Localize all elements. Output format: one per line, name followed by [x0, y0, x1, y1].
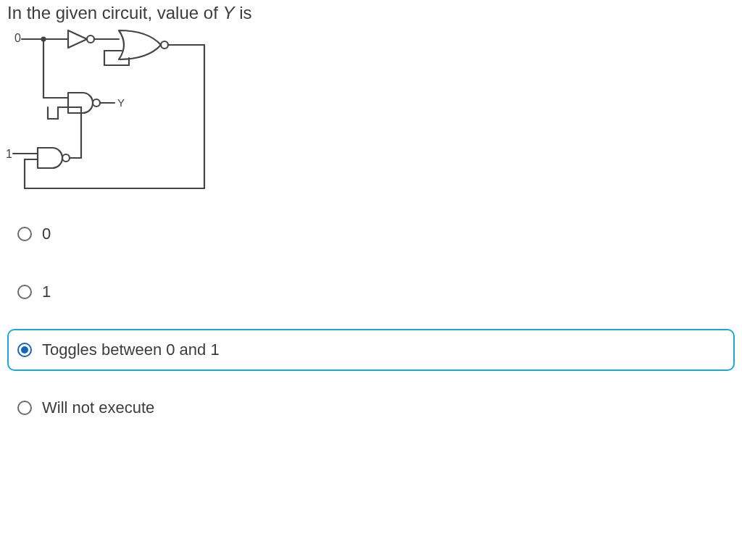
circuit-diagram: 0 1 [0, 29, 742, 198]
option-toggles[interactable]: Toggles between 0 and 1 [7, 329, 735, 371]
circuit-output-y: Y [117, 96, 125, 109]
option-label: Toggles between 0 and 1 [42, 340, 220, 359]
option-0[interactable]: 0 [7, 213, 735, 255]
question-variable: Y [223, 3, 235, 22]
question-suffix: is [235, 3, 252, 22]
options-list: 0 1 Toggles between 0 and 1 Will not exe… [0, 198, 742, 429]
option-will-not-execute[interactable]: Will not execute [7, 387, 735, 429]
option-label: 0 [42, 225, 51, 243]
circuit-input-1: 1 [6, 148, 12, 160]
option-label: Will not execute [42, 398, 154, 417]
radio-icon [17, 285, 32, 299]
radio-icon [17, 227, 32, 241]
question-prefix: In the given circuit, value of [7, 3, 223, 22]
svg-point-26 [42, 38, 46, 41]
option-label: 1 [42, 283, 51, 301]
svg-point-24 [93, 99, 100, 106]
radio-icon [17, 343, 32, 357]
radio-icon [17, 401, 32, 415]
svg-point-4 [161, 41, 168, 49]
question-text: In the given circuit, value of Y is [0, 0, 742, 29]
svg-point-15 [62, 154, 70, 162]
circuit-input-0: 0 [14, 32, 21, 44]
option-1[interactable]: 1 [7, 271, 735, 313]
svg-point-2 [87, 35, 94, 43]
